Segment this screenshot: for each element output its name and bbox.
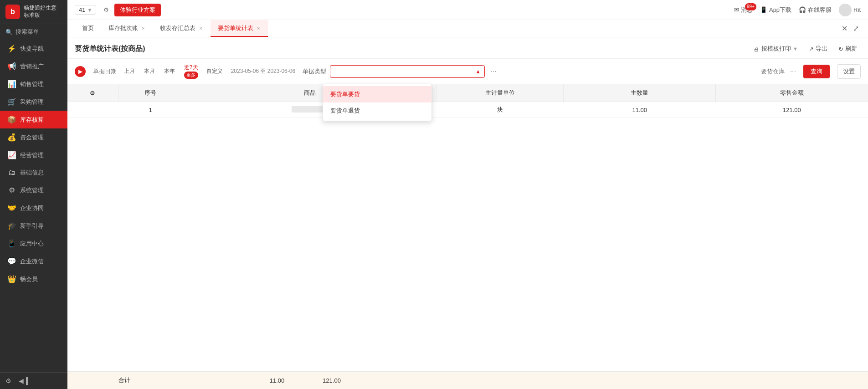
user-menu[interactable]: Rit [839,4,861,16]
sidebar-item-members[interactable]: 👑 畅会员 [0,270,67,288]
query-btn[interactable]: 查询 [803,65,830,78]
td-quantity: 11.00 [564,102,716,118]
table-wrapper: ⚙ 序号 商品 主计量单位 主数 [67,84,868,371]
messages-btn[interactable]: ✉ 消息 99+ [734,6,753,14]
export-btn[interactable]: ↗ 导出 [805,43,831,55]
wechat-icon: 💬 [7,257,16,266]
company-selector[interactable]: 41 ▼ [75,5,96,15]
filter-expand-btn[interactable]: ▶ [75,66,86,77]
sidebar-item-guide[interactable]: 🎓 新手引导 [0,217,67,235]
tab-receive-summary[interactable]: 收发存汇总表 × [153,20,210,37]
refresh-icon: ↻ [838,46,843,52]
type-select-arrow: ▲ [475,68,481,75]
sidebar-item-enterprise[interactable]: 🤝 企业协同 [0,199,67,217]
shortcut-7days[interactable]: 近7天 更多 [180,62,202,80]
tabs-actions: ✕ ⤢ [840,23,861,34]
page-header-actions: 🖨 按模板打印 ▼ ↗ 导出 ↻ 刷新 [750,43,861,55]
finance-icon: 💰 [7,133,16,142]
tab-batch-account[interactable]: 库存批次账 × [101,20,153,37]
sidebar-item-sales[interactable]: 📊 销售管理 [0,75,67,93]
warehouse-filter-group: 要货仓库 ··· [761,67,796,76]
app-download-btn[interactable]: 📱 App下载 [760,6,791,14]
enterprise-icon: 🤝 [7,204,16,212]
th-no: 序号 [118,84,183,102]
td-amount: 121.00 [716,102,868,118]
print-chevron-icon: ▼ [793,46,798,51]
sidebar-item-wechat[interactable]: 💬 企业微信 [0,252,67,270]
td-unit: 块 [437,102,563,118]
sidebar-item-system[interactable]: ⚙ 系统管理 [0,181,67,199]
th-unit: 主计量单位 [437,84,563,102]
shortcut-this-month[interactable]: 本月 [140,66,159,77]
collapse-btn[interactable]: ◀▐ [19,377,28,384]
app-logo-icon: b [5,5,20,19]
user-avatar [839,4,852,16]
tab-home[interactable]: 首页 [75,20,101,37]
main-area: 41 ▼ ⚙ 体验行业方案 ✉ 消息 99+ 📱 App下载 🎧 在线客服 Ri… [67,0,868,389]
page-content: 要货单统计表(按商品) 🖨 按模板打印 ▼ ↗ 导出 ↻ 刷新 [67,37,868,389]
footer-amount: 121.00 [304,377,359,384]
sidebar-item-purchase[interactable]: 🛒 采购管理 [0,93,67,111]
trial-btn[interactable]: 体验行业方案 [114,4,161,16]
sidebar: b 畅捷通好生意 标准版 🔍 搜索菜单 ⚡ 快捷导航 📢 营销推广 📊 销售管理… [0,0,67,389]
guide-icon: 🎓 [7,221,16,230]
marketing-icon: 📢 [7,62,16,71]
tab-maximize-btn[interactable]: ⤢ [851,23,861,34]
date-filter-label: 单据日期 [93,67,117,76]
app-download-icon: 📱 [760,6,767,13]
page-title: 要货单统计表(按商品) [75,44,145,54]
filter-bar: ▶ 单据日期 上月 本月 本年 近7天 更多 自定义 2023-05-06 [67,58,868,84]
topbar-gear-icon[interactable]: ⚙ [103,6,109,13]
page-inner: 要货单统计表(按商品) 🖨 按模板打印 ▼ ↗ 导出 ↻ 刷新 [67,37,868,389]
topbar: 41 ▼ ⚙ 体验行业方案 ✉ 消息 99+ 📱 App下载 🎧 在线客服 Ri… [67,0,868,20]
system-icon: ⚙ [7,186,16,194]
type-filter-ellipsis[interactable]: ··· [490,67,496,76]
sidebar-item-quick-nav[interactable]: ⚡ 快捷导航 [0,40,67,57]
tab-close-batch-account[interactable]: × [141,25,145,31]
sidebar-nav: ⚡ 快捷导航 📢 营销推广 📊 销售管理 🛒 采购管理 📦 库存核算 💰 资金管… [0,40,67,372]
tab-close-receive-summary[interactable]: × [198,25,203,31]
online-service-btn[interactable]: 🎧 在线客服 [799,6,832,14]
type-filter-label: 单据类型 [303,67,326,76]
tabs-bar: 首页 库存批次账 × 收发存汇总表 × 要货单统计表 × ✕ ⤢ [67,20,868,37]
warehouse-filter-ellipsis[interactable]: ··· [790,67,796,76]
tab-requisition-stat[interactable]: 要货单统计表 × [211,20,268,37]
sidebar-item-inventory[interactable]: 📦 库存核算 [0,111,67,128]
tab-close-all-btn[interactable]: ✕ [840,23,849,34]
app-logo-text: 畅捷通好生意 标准版 [24,5,56,19]
date-range-display: 2023-05-06 至 2023-06-06 [231,67,295,75]
print-btn[interactable]: 🖨 按模板打印 ▼ [750,43,801,55]
shortcut-this-year[interactable]: 本年 [160,66,179,77]
sidebar-item-basic[interactable]: 🗂 基础信息 [0,164,67,181]
sidebar-item-finance[interactable]: 💰 资金管理 [0,128,67,146]
sidebar-item-app-center[interactable]: 📱 应用中心 [0,235,67,252]
sidebar-item-marketing[interactable]: 📢 营销推广 [0,57,67,75]
td-settings [67,102,118,118]
app-center-icon: 📱 [7,239,16,248]
type-filter-group: 单据类型 ▲ ··· [303,65,754,78]
settings-btn[interactable]: 设置 [837,64,861,79]
more-badge[interactable]: 更多 [184,72,198,79]
custom-date-btn[interactable]: 自定义 [204,66,226,77]
settings-bottom-btn[interactable]: ⚙ [5,377,11,384]
type-select[interactable]: ▲ [330,65,485,78]
th-amount: 零售金额 [716,84,868,102]
tab-close-requisition-stat[interactable]: × [256,25,261,31]
sidebar-item-operations[interactable]: 📈 经营管理 [0,146,67,164]
operations-icon: 📈 [7,151,16,159]
shortcut-last-month[interactable]: 上月 [120,66,139,77]
dropdown-item-req-return[interactable]: 要货单退货 [323,102,431,119]
dropdown-item-req-order[interactable]: 要货单要货 [323,86,431,102]
sidebar-search[interactable]: 🔍 搜索菜单 [0,24,67,40]
quick-nav-icon: ⚡ [7,44,16,53]
refresh-btn[interactable]: ↻ 刷新 [835,43,861,55]
search-icon: 🔍 [5,29,13,36]
th-settings[interactable]: ⚙ [67,84,118,102]
table-row: 1 块 11.00 121.00 [67,102,868,118]
date-shortcuts: 上月 本月 本年 近7天 更多 自定义 [120,62,226,80]
warehouse-filter-label: 要货仓库 [761,67,785,76]
topbar-right: ✉ 消息 99+ 📱 App下载 🎧 在线客服 Rit [734,4,861,16]
export-icon: ↗ [809,46,814,52]
purchase-icon: 🛒 [7,97,16,106]
footer-quantity: 11.00 [250,377,304,384]
